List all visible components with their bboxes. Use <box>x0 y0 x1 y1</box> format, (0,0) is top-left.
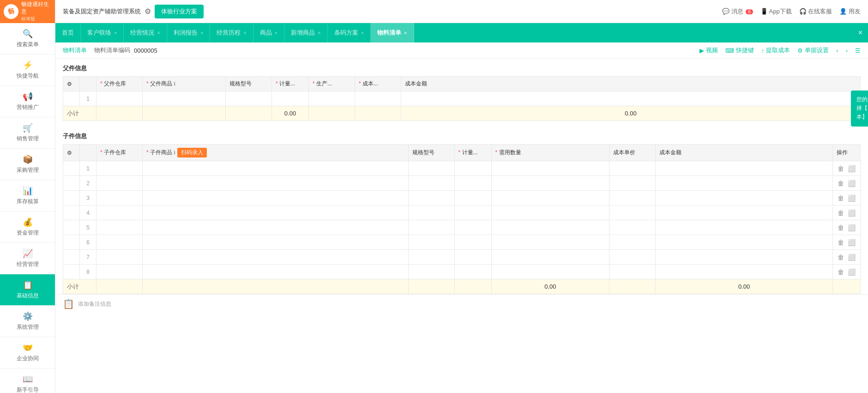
child-row-product-2[interactable] <box>143 191 409 206</box>
child-row-spec-6[interactable] <box>408 250 454 265</box>
tab-close-barcode[interactable]: × <box>361 30 364 36</box>
child-row-unit-cost-6[interactable] <box>609 250 656 265</box>
tab-operation-status[interactable]: 经营情况 × <box>124 23 167 42</box>
child-product-info-icon[interactable]: ℹ <box>174 150 175 155</box>
child-row-warehouse-4[interactable] <box>96 220 143 235</box>
child-row-unit-cost-1[interactable] <box>609 176 656 191</box>
child-row-unit-cost-7[interactable] <box>609 265 656 279</box>
child-row-unit-cost-2[interactable] <box>609 191 656 206</box>
child-row-unit-1[interactable] <box>454 176 491 191</box>
child-row-warehouse-7[interactable] <box>96 265 143 279</box>
child-row-warehouse-0[interactable] <box>96 161 143 176</box>
nav-next-icon[interactable]: › <box>846 47 848 54</box>
child-row-cost-amount-1[interactable] <box>656 176 833 191</box>
delete-icon-7[interactable]: 🗑 <box>838 268 844 276</box>
parent-row-product[interactable] <box>143 91 226 106</box>
child-row-unit-4[interactable] <box>454 220 491 235</box>
parent-row-cost-amount[interactable] <box>401 91 861 106</box>
parent-row-warehouse[interactable] <box>96 91 143 106</box>
child-row-qty-3[interactable] <box>491 206 609 220</box>
child-row-qty-5[interactable] <box>491 235 609 250</box>
tab-bom[interactable]: 物料清单 × <box>371 23 414 42</box>
sidebar-item-inventory[interactable]: 📊 库存核算 <box>0 180 55 212</box>
child-row-spec-3[interactable] <box>408 206 454 220</box>
child-row-spec-4[interactable] <box>408 220 454 235</box>
parent-th-settings[interactable]: ⚙ <box>63 77 80 91</box>
delete-icon-4[interactable]: 🗑 <box>838 224 844 231</box>
message-link[interactable]: 💬 消息 6 <box>722 7 753 16</box>
menu-icon[interactable]: ☰ <box>855 47 861 54</box>
delete-icon-3[interactable]: 🗑 <box>838 209 844 217</box>
child-row-warehouse-6[interactable] <box>96 250 143 265</box>
child-row-warehouse-3[interactable] <box>96 206 143 220</box>
child-row-cost-amount-7[interactable] <box>656 265 833 279</box>
delete-icon-1[interactable]: 🗑 <box>838 180 844 187</box>
trial-button[interactable]: 体验行业方案 <box>155 5 204 18</box>
sidebar-item-purchase[interactable]: 📦 采购管理 <box>0 149 55 180</box>
tab-close-operation-history[interactable]: × <box>243 30 246 36</box>
breadcrumb-parent[interactable]: 物料清单 <box>63 46 87 54</box>
shortcut-action[interactable]: ⌨ 快捷键 <box>725 46 754 54</box>
tab-close-operation-status[interactable]: × <box>157 30 160 36</box>
child-row-cost-amount-0[interactable] <box>656 161 833 176</box>
copy-icon-0[interactable]: ⬜ <box>848 165 856 172</box>
sidebar-item-quick-nav[interactable]: ⚡ 快捷导航 <box>0 54 55 86</box>
child-row-qty-6[interactable] <box>491 250 609 265</box>
nav-prev-icon[interactable]: ‹ <box>836 47 838 54</box>
child-row-unit-2[interactable] <box>454 191 491 206</box>
child-row-spec-7[interactable] <box>408 265 454 279</box>
product-info-icon[interactable]: ℹ <box>174 81 175 86</box>
child-row-unit-6[interactable] <box>454 250 491 265</box>
tab-barcode[interactable]: 条码方案 × <box>328 23 371 42</box>
sidebar-item-operation[interactable]: 📈 经营管理 <box>0 243 55 274</box>
child-row-product-3[interactable] <box>143 206 409 220</box>
sidebar-item-system[interactable]: ⚙️ 系统管理 <box>0 306 55 337</box>
child-row-unit-cost-0[interactable] <box>609 161 656 176</box>
child-row-spec-0[interactable] <box>408 161 454 176</box>
child-row-unit-0[interactable] <box>454 161 491 176</box>
tab-product[interactable]: 商品 × <box>253 23 284 42</box>
parent-row-production[interactable] <box>309 91 355 106</box>
app-download-link[interactable]: 📱 App下载 <box>760 7 792 16</box>
scan-button[interactable]: 扫码录入 <box>177 148 207 157</box>
child-row-unit-cost-5[interactable] <box>609 235 656 250</box>
delete-icon-5[interactable]: 🗑 <box>838 239 844 246</box>
online-service-link[interactable]: 🎧 在线客服 <box>799 7 832 16</box>
copy-icon-3[interactable]: ⬜ <box>848 209 856 217</box>
child-row-product-7[interactable] <box>143 265 409 279</box>
sidebar-item-marketing[interactable]: 📢 营销推广 <box>0 86 55 117</box>
sidebar-item-guide[interactable]: 📖 新手引导 <box>0 369 55 393</box>
child-row-cost-amount-3[interactable] <box>656 206 833 220</box>
tab-close-product[interactable]: × <box>275 30 277 36</box>
tab-new-product[interactable]: 新增商品 × <box>284 23 327 42</box>
child-row-warehouse-5[interactable] <box>96 235 143 250</box>
bottom-doc-icon[interactable]: 📋 <box>63 298 74 309</box>
tab-profit-report[interactable]: 利润报告 × <box>167 23 210 42</box>
tab-close-bom[interactable]: × <box>404 30 407 36</box>
delete-icon-2[interactable]: 🗑 <box>838 194 844 202</box>
copy-icon-5[interactable]: ⬜ <box>848 239 856 246</box>
child-row-cost-amount-2[interactable] <box>656 191 833 206</box>
copy-icon-1[interactable]: ⬜ <box>848 180 856 187</box>
settings-icon[interactable]: ⚙ <box>145 7 151 16</box>
sidebar-item-cooperation[interactable]: 🤝 企业协同 <box>0 337 55 369</box>
child-row-product-4[interactable] <box>143 220 409 235</box>
tab-customer[interactable]: 客户联络 × <box>81 23 124 42</box>
tab-home[interactable]: 首页 <box>55 23 81 42</box>
child-row-qty-0[interactable] <box>491 161 609 176</box>
child-row-warehouse-1[interactable] <box>96 176 143 191</box>
child-row-spec-2[interactable] <box>408 191 454 206</box>
video-action[interactable]: ▶ 视频 <box>699 46 718 54</box>
child-row-cost-amount-6[interactable] <box>656 250 833 265</box>
tab-close-new-product[interactable]: × <box>318 30 320 36</box>
child-row-unit-5[interactable] <box>454 235 491 250</box>
child-row-warehouse-2[interactable] <box>96 191 143 206</box>
user-avatar[interactable]: 👤 用友 <box>839 7 861 16</box>
child-row-qty-7[interactable] <box>491 265 609 279</box>
child-row-unit-cost-4[interactable] <box>609 220 656 235</box>
parent-row-unit[interactable] <box>272 91 309 106</box>
child-row-spec-1[interactable] <box>408 176 454 191</box>
tab-close-customer[interactable]: × <box>114 30 117 36</box>
parent-row-spec[interactable] <box>226 91 272 106</box>
child-row-cost-amount-5[interactable] <box>656 235 833 250</box>
